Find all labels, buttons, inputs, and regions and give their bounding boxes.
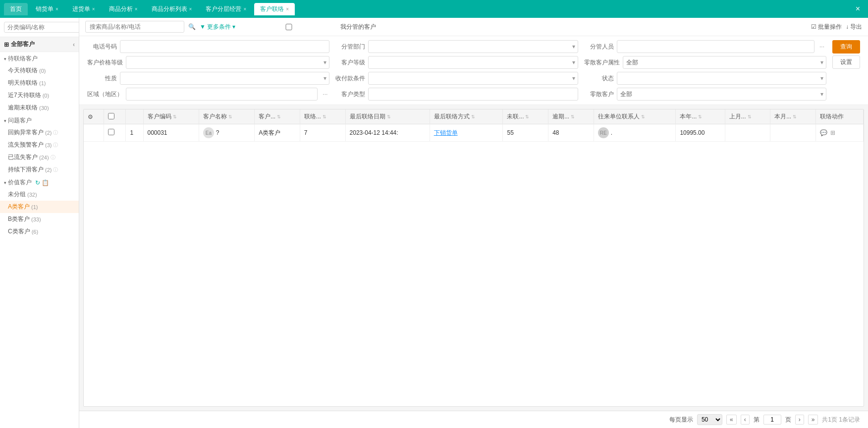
person-input[interactable] [617,40,814,53]
query-button[interactable]: 查询 [832,40,860,54]
tab-home[interactable]: 首页 [4,3,28,15]
my-customers-checkbox[interactable] [239,24,338,30]
contact-sort-icon: ⇅ [323,114,326,119]
row-checkbox[interactable] [108,129,114,135]
export-icon: ↓ [846,23,849,30]
sidebar-item-class-b[interactable]: B类客户 (33) [0,213,79,225]
per-page-select[interactable]: 50 100 200 [697,414,722,425]
close-goods-list-tab[interactable]: × [189,6,192,12]
region-input[interactable] [126,88,318,101]
value-refresh-icon[interactable]: ↻ [35,179,40,186]
td-no-contact: 55 [503,124,548,142]
th-history-contact[interactable]: 往来单位联系人⇅ [594,109,676,124]
th-last-month[interactable]: 上月...⇅ [725,109,770,124]
per-page-label: 每页显示 [669,416,693,424]
sidebar-collapse-btn[interactable]: ‹ [73,41,75,48]
batch-op-btn[interactable]: ☑ 批量操作 [811,23,842,31]
nature-select[interactable] [120,72,329,85]
td-settings [84,124,104,142]
sidebar-item-repurchase[interactable]: 回购异常客户 (2) ⓘ [0,126,79,139]
sidebar-item-today[interactable]: 今天待联络 (0) [0,64,79,77]
top-nav: 首页 销货单 × 进货单 × 商品分析 × 商品分析列表 × 客户分层经营 × … [0,0,868,18]
customer-type-input[interactable] [368,88,578,101]
select-all-checkbox[interactable] [108,113,114,119]
th-last-contact-date[interactable]: 最后联络日期⇅ [345,109,430,124]
td-name: Ea ? [199,124,254,142]
th-settings[interactable]: ⚙ [84,109,104,124]
value-edit-icon[interactable]: 📋 [42,179,49,186]
retail-attr-select[interactable]: 全部 [623,56,826,69]
first-page-btn[interactable]: « [726,415,737,425]
retail-select-wrapper: 全部 [617,88,826,101]
dept-select[interactable] [368,40,578,53]
export-btn[interactable]: ↓ 导出 [846,23,862,31]
close-customer-contact-tab[interactable]: × [286,6,289,12]
problem-arrow: ▾ [4,118,6,123]
next-page-btn[interactable]: › [795,415,804,425]
tab-customer-layer[interactable]: 客户分层经营 × [200,3,252,15]
sidebar: 🔍 ⊞ 全部客户 ‹ ▾ 待联络客户 今天待联络 (0) 明天待联络 (1) 近… [0,18,79,428]
sidebar-item-overdue[interactable]: 逾期未联络 (30) [0,102,79,114]
close-customer-layer-tab[interactable]: × [243,6,246,12]
sidebar-group-problem[interactable]: ▾ 问题客户 [0,114,79,126]
prev-page-btn[interactable]: ‹ [741,415,750,425]
close-purchase-tab[interactable]: × [92,6,95,12]
last-page-btn[interactable]: » [808,415,818,425]
tab-customer-contact[interactable]: 客户联络 × [254,3,295,15]
sidebar-item-unclassified[interactable]: 未分组 (32) [0,188,79,201]
tab-goods-analysis[interactable]: 商品分析 × [103,3,144,15]
th-level[interactable]: 客户...⇅ [255,109,300,124]
qr-icon[interactable]: ⊞ [830,129,835,136]
sidebar-search-input[interactable] [4,22,79,33]
sidebar-item-class-c[interactable]: C类客户 (6) [0,225,79,238]
region-dots-btn[interactable]: ··· [321,90,329,99]
status-select[interactable] [617,72,826,85]
price-level-select[interactable] [126,56,329,69]
sidebar-item-churn-warning[interactable]: 流失预警客户 (3) ⓘ [0,139,79,151]
sidebar-group-pending[interactable]: ▾ 待联络客户 [0,52,79,64]
th-name[interactable]: 客户名称⇅ [199,109,254,124]
th-contact[interactable]: 联络...⇅ [300,109,345,124]
more-filters-btn[interactable]: ▼ 更多条件 ▾ [200,23,235,31]
close-sales-tab[interactable]: × [55,6,58,12]
phone-input[interactable] [120,40,329,53]
search-input[interactable] [85,21,184,33]
page-input[interactable] [763,415,781,425]
th-code[interactable]: 客户编码⇅ [143,109,199,124]
total-text: 共1页 1条记录 [822,416,860,424]
person-dots-btn[interactable]: ··· [817,42,826,51]
sidebar-group-value[interactable]: ▾ 价值客户 ↻ 📋 [0,176,79,188]
th-overdue[interactable]: 逾期...⇅ [548,109,594,124]
sidebar-all-customers[interactable]: ⊞ 全部客户 ‹ [0,37,79,52]
td-index: 1 [126,124,143,142]
chat-icon[interactable]: 💬 [820,129,827,136]
payment-select[interactable] [368,72,578,85]
th-this-month[interactable]: 本月...⇅ [770,109,816,124]
last-contact-link[interactable]: 下销货单 [434,129,458,136]
sidebar-item-7days[interactable]: 近7天待联络 (0) [0,89,79,102]
sidebar-item-class-a[interactable]: A类客户 (1) [0,201,79,213]
last-month-sort-icon: ⇅ [748,114,752,119]
price-level-select-wrapper [126,56,329,69]
tab-purchase[interactable]: 进货单 × [66,3,101,15]
customer-level-select[interactable] [368,56,578,69]
sidebar-item-declining[interactable]: 持续下滑客户 (2) ⓘ [0,163,79,176]
td-overdue: 48 [548,124,594,142]
tab-sales[interactable]: 销货单 × [30,3,64,15]
filter-search-icon[interactable]: 🔍 [188,23,196,30]
filter-buttons: 查询 设置 [832,40,860,101]
setting-button[interactable]: 设置 [832,55,860,69]
th-no-contact[interactable]: 未联...⇅ [503,109,548,124]
td-code: 000031 [143,124,199,142]
my-customers-checkbox-label[interactable]: 我分管的客户 [239,23,376,31]
nav-close-all[interactable]: × [852,2,864,15]
sidebar-item-churned[interactable]: 已流失客户 (24) ⓘ [0,151,79,163]
close-goods-analysis-tab[interactable]: × [135,6,138,12]
sidebar-item-tomorrow[interactable]: 明天待联络 (1) [0,77,79,89]
data-table: ⚙ 客户编码⇅ 客户名称⇅ 客户...⇅ 联络...⇅ [84,109,864,142]
retail-select[interactable]: 全部 [617,88,826,101]
th-this-year[interactable]: 本年...⇅ [676,109,725,124]
tab-goods-list[interactable]: 商品分析列表 × [146,3,198,15]
th-last-contact-way[interactable]: 最后联络方式⇅ [430,109,503,124]
dept-select-wrapper [368,40,578,53]
